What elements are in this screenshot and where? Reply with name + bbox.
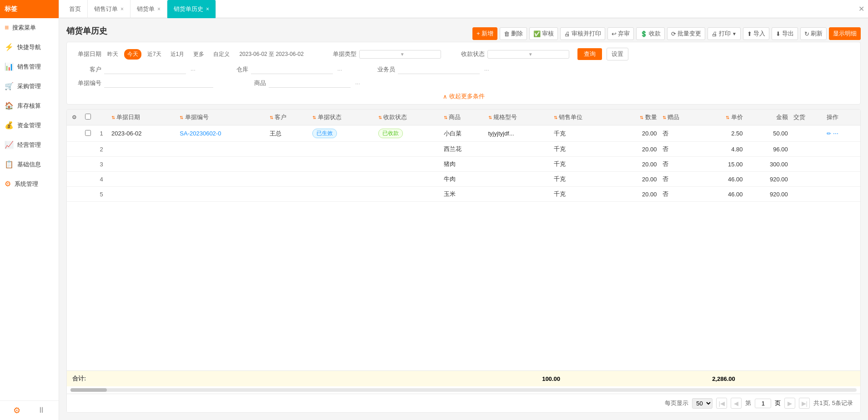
row-order-no[interactable] — [177, 172, 266, 187]
row-unit: 千克 — [551, 125, 617, 142]
page-last-button[interactable]: ▶| — [799, 398, 810, 409]
sidebar-item-system-mgmt[interactable]: ⚙ 系统管理 — [0, 174, 59, 194]
row-gift: 否 — [660, 125, 703, 142]
tab-home[interactable]: 首页 — [63, 0, 88, 18]
row-actions — [824, 142, 861, 157]
col-unit[interactable]: ⇅ 销售单位 — [551, 110, 617, 125]
col-doc-status[interactable]: ⇅ 单据状态 — [310, 110, 375, 125]
collect-button[interactable]: 💲 收款 — [636, 27, 665, 40]
staff-input[interactable] — [398, 65, 480, 74]
settings-filter-button[interactable]: 设置 — [607, 48, 628, 60]
finance-icon: 💰 — [5, 121, 14, 130]
tab-bar: 首页 销售订单 × 销货单 × 销货单历史 × ✕ — [59, 0, 868, 18]
goods-dots[interactable]: ··· — [355, 80, 360, 87]
export-button[interactable]: ⬇ 导出 — [772, 27, 798, 40]
col-delivery[interactable]: 交货 — [791, 110, 824, 125]
tab-sales-delivery[interactable]: 销货单 × — [130, 0, 167, 18]
col-price[interactable]: ⇅ 单价 — [702, 110, 746, 125]
row-date — [109, 157, 177, 172]
sidebar-item-finance[interactable]: 💰 资金管理 — [0, 115, 59, 135]
tabs-close-all[interactable]: ✕ — [858, 5, 864, 13]
sidebar-item-purchase-mgmt[interactable]: 🛒 采购管理 — [0, 76, 59, 96]
page-first-button[interactable]: |◀ — [716, 398, 727, 409]
filter-item-warehouse: 仓库 ··· — [221, 65, 342, 74]
sidebar-item-basic-info[interactable]: 📋 基础信息 — [0, 155, 59, 174]
date-btn-custom[interactable]: 自定义 — [210, 49, 233, 60]
tab-sales-order-close[interactable]: × — [120, 6, 124, 12]
row-order-no[interactable]: SA-20230602-0 — [177, 125, 266, 142]
select-all-checkbox[interactable] — [85, 114, 91, 120]
sidebar-item-search-menu[interactable]: ≡ 搜索菜单 — [0, 18, 59, 37]
import-button[interactable]: ⬆ 导入 — [743, 27, 769, 40]
col-amount[interactable]: 金额 — [746, 110, 791, 125]
row-checkbox[interactable] — [81, 142, 94, 157]
col-pay-status[interactable]: ⇅ 收款状态 — [376, 110, 441, 125]
horizontal-scroll[interactable] — [67, 386, 860, 394]
show-detail-button[interactable]: 显示明细 — [829, 27, 861, 40]
date-btn-1month[interactable]: 近1月 — [167, 49, 188, 60]
print-button[interactable]: 🖨 打印 ▼ — [707, 27, 741, 40]
date-btn-today[interactable]: 今天 — [124, 49, 141, 60]
page-next-button[interactable]: ▶ — [784, 398, 795, 409]
review-button[interactable]: ✅ 审核 — [529, 27, 558, 40]
row-checkbox[interactable] — [81, 125, 94, 142]
collect-icon: 💲 — [640, 30, 647, 37]
review-print-button[interactable]: 🖨 审核并打印 — [560, 27, 605, 40]
row-goods: 西兰花 — [441, 142, 486, 157]
sidebar-collapse-icon[interactable]: ⏸ — [37, 405, 45, 415]
warehouse-dots[interactable]: ··· — [337, 66, 342, 73]
row-order-no[interactable] — [177, 142, 266, 157]
tab-sales-history[interactable]: 销货单历史 × — [167, 0, 216, 18]
abandon-button[interactable]: ↩ 弃审 — [607, 27, 634, 40]
row-order-no[interactable] — [177, 157, 266, 172]
tab-sales-history-close[interactable]: × — [206, 6, 209, 12]
page-prev-button[interactable]: ◀ — [731, 398, 742, 409]
collapse-button[interactable]: ∧ 收起更多条件 — [74, 92, 853, 100]
more-op-btn[interactable]: ⋯ — [833, 130, 838, 137]
tab-sales-delivery-close[interactable]: × — [157, 6, 161, 12]
col-date[interactable]: ⇅ 单据日期 — [109, 110, 177, 125]
goods-input[interactable] — [269, 79, 351, 88]
row-checkbox[interactable] — [81, 172, 94, 187]
sidebar-settings-icon[interactable]: ⚙ — [13, 405, 20, 415]
collect-status-select[interactable]: ▼ — [487, 50, 569, 59]
sidebar-item-sales-mgmt[interactable]: 📊 销售管理 — [0, 57, 59, 76]
col-goods[interactable]: ⇅ 商品 — [441, 110, 486, 125]
row-checkbox[interactable] — [81, 157, 94, 172]
col-gift[interactable]: ⇅ 赠品 — [660, 110, 703, 125]
row-order-no[interactable] — [177, 187, 266, 202]
delete-button[interactable]: 🗑 删除 — [500, 27, 527, 40]
row-checkbox[interactable] — [81, 187, 94, 202]
warehouse-input[interactable] — [251, 65, 333, 74]
table-scroll[interactable]: ⚙ ⇅ 单据日期 ⇅ 单据编号 ⇅ 客户 ⇅ 单据状态 ⇅ 收款状态 ⇅ 商品 … — [67, 110, 860, 370]
col-spec[interactable]: ⇅ 规格型号 — [486, 110, 551, 125]
edit-op-btn[interactable]: ✏ — [827, 130, 831, 137]
row-select-checkbox[interactable] — [85, 130, 91, 136]
customer-dots[interactable]: ··· — [191, 66, 196, 73]
date-btn-yesterday[interactable]: 昨天 — [104, 49, 121, 60]
col-customer[interactable]: ⇅ 客户 — [267, 110, 310, 125]
date-btn-more[interactable]: 更多 — [190, 49, 207, 60]
staff-dots[interactable]: ··· — [484, 66, 489, 73]
per-page-select[interactable]: 50 — [692, 398, 712, 409]
tab-sales-order[interactable]: 销售订单 × — [88, 0, 130, 18]
batch-change-button[interactable]: ⟳ 批量变更 — [667, 27, 705, 40]
sidebar-item-quick-nav[interactable]: ⚡ 快捷导航 — [0, 37, 59, 57]
search-menu-icon: ≡ — [5, 24, 9, 32]
new-button[interactable]: + 新增 — [472, 27, 497, 40]
search-button[interactable]: 查询 — [577, 48, 602, 60]
col-qty[interactable]: ⇅ 数量 — [617, 110, 660, 125]
refresh-button[interactable]: ↻ 刷新 — [800, 27, 827, 40]
sidebar-item-operations[interactable]: 📈 经营管理 — [0, 135, 59, 155]
page-number-input[interactable] — [755, 399, 771, 408]
col-order-no[interactable]: ⇅ 单据编号 — [177, 110, 266, 125]
col-checkbox[interactable] — [81, 110, 94, 125]
col-settings[interactable]: ⚙ — [67, 110, 81, 125]
customer-input[interactable] — [104, 65, 186, 74]
row-spec — [486, 157, 551, 172]
sidebar-item-inventory[interactable]: 🏠 库存核算 — [0, 96, 59, 115]
date-btn-7days[interactable]: 近7天 — [144, 49, 165, 60]
doc-no-input[interactable] — [104, 79, 213, 88]
tab-sales-history-label: 销货单历史 — [174, 5, 203, 13]
doc-type-select[interactable]: ▼ — [359, 50, 441, 59]
